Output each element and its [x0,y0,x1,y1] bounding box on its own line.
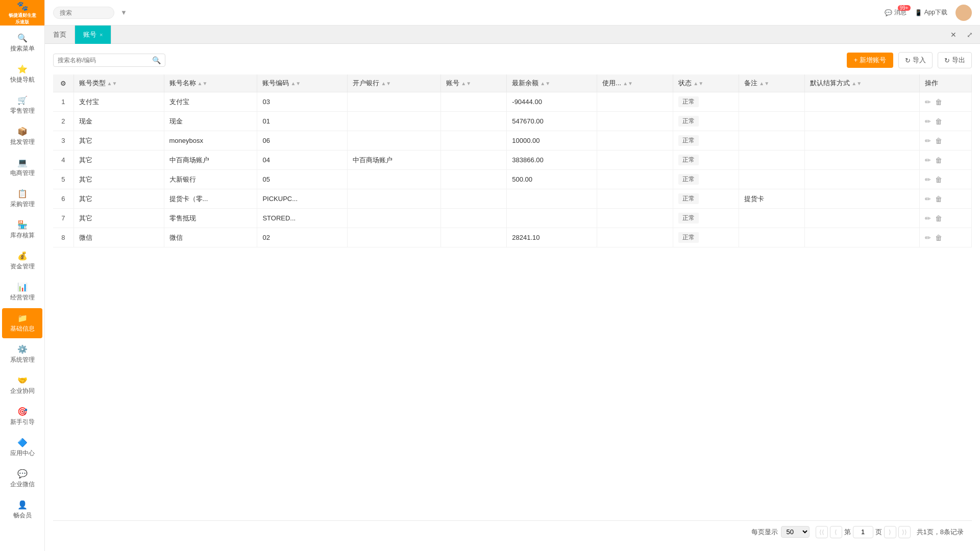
col-code[interactable]: 账号编码 ▲▼ [257,74,348,92]
delete-btn[interactable]: 🗑 [935,234,942,242]
sidebar-item-operation-mgmt[interactable]: 📊 经营管理 [2,277,42,307]
beginner-guide-icon: 🎯 [17,407,28,416]
member-icon: 👤 [17,500,28,510]
per-page-select[interactable]: 50 100 200 [781,526,810,538]
row-default-settle [805,228,920,247]
delete-btn[interactable]: 🗑 [935,195,942,203]
logo-icon: 🐾 [17,1,28,12]
purchase-mgmt-icon: 📋 [17,189,28,198]
row-status: 正常 [673,170,739,189]
row-no: 2 [53,112,74,131]
sidebar-menu: 🔍 搜索菜单 ⭐ 快捷导航 🛒 零售管理 📦 批发管理 💻 电商管理 📋 采购管… [0,26,44,551]
capital-mgmt-icon: 💰 [17,251,28,261]
sidebar-item-purchase-mgmt[interactable]: 📋 采购管理 [2,184,42,214]
sidebar-item-enterprise-agreement[interactable]: 🤝 企业协同 [2,370,42,400]
edit-btn[interactable]: ✏ [925,117,931,126]
col-balance[interactable]: 最新余额 ▲▼ [507,74,597,92]
tab-close-btn[interactable]: ✕ [947,29,960,41]
row-type: 其它 [74,209,164,228]
row-status: 正常 [673,112,739,131]
row-remark [739,209,805,228]
row-balance [507,189,597,209]
sidebar-item-beginner-guide[interactable]: 🎯 新手引导 [2,402,42,432]
row-type: 微信 [74,228,164,247]
sidebar-item-retail-mgmt[interactable]: 🛒 零售管理 [2,90,42,120]
sort-settle-icon: ▲▼ [851,81,862,86]
search-icon[interactable]: 🔍 [152,56,161,64]
delete-btn[interactable]: 🗑 [935,156,942,164]
page-size-selector: 每页显示 50 100 200 [751,526,810,538]
sidebar-item-search-menu[interactable]: 🔍 搜索菜单 [2,28,42,58]
page-prev-btn[interactable]: ⟨ [830,526,842,538]
sidebar-item-capital-mgmt[interactable]: 💰 资金管理 [2,246,42,276]
edit-btn[interactable]: ✏ [925,214,931,222]
main-content: ▼ 💬 消息 99+ 📱 App下载 首页 账号 × ✕ ⤢ [45,0,980,551]
delete-btn[interactable]: 🗑 [935,214,942,222]
search-box: 🔍 [53,54,165,67]
row-remark [739,131,805,151]
col-account[interactable]: 账号 ▲▼ [441,74,507,92]
row-account [441,112,507,131]
delete-btn[interactable]: 🗑 [935,98,942,106]
message-badge: 99+ [898,5,911,11]
col-remark-label: 备注 [744,79,757,88]
row-type: 现金 [74,112,164,131]
sidebar-item-basic-info[interactable]: 📁 基础信息 [2,308,42,338]
page-next-btn[interactable]: ⟩ [884,526,896,538]
sidebar-item-member[interactable]: 👤 畅会员 [2,495,42,525]
tabbar-actions: ✕ ⤢ [947,29,980,41]
delete-btn[interactable]: 🗑 [935,117,942,126]
sidebar-item-system-mgmt[interactable]: ⚙️ 系统管理 [2,339,42,369]
pagination: ⟨⟨ ⟨ 第 页 ⟩ ⟩⟩ [816,526,911,538]
col-name[interactable]: 账号名称 ▲▼ [164,74,257,92]
user-avatar[interactable] [955,5,972,21]
sidebar-item-quick-nav[interactable]: ⭐ 快捷导航 [2,59,42,89]
row-usage [597,209,673,228]
row-bank [348,112,441,131]
row-type: 其它 [74,189,164,209]
edit-btn[interactable]: ✏ [925,156,931,164]
topbar-message-btn[interactable]: 💬 消息 99+ [885,8,906,17]
tab-expand-btn[interactable]: ⤢ [964,29,976,41]
sidebar-item-inventory-check[interactable]: 🏪 库存核算 [2,215,42,245]
sidebar-item-wholesale-mgmt[interactable]: 📦 批发管理 [2,121,42,152]
tab-home[interactable]: 首页 [45,26,75,44]
sort-usage-icon: ▲▼ [623,81,633,86]
edit-btn[interactable]: ✏ [925,234,931,242]
col-settings[interactable]: ⚙ [53,74,74,92]
col-usage[interactable]: 使用... ▲▼ [597,74,673,92]
sidebar-item-ecommerce-mgmt[interactable]: 💻 电商管理 [2,153,42,183]
sidebar-item-app-center[interactable]: 🔷 应用中心 [2,433,42,463]
col-type[interactable]: 账号类型 ▲▼ [74,74,164,92]
account-tab-close[interactable]: × [100,32,103,38]
col-status[interactable]: 状态 ▲▼ [673,74,739,92]
add-account-button[interactable]: + 新增账号 [847,53,893,68]
col-bank[interactable]: 开户银行 ▲▼ [348,74,441,92]
search-menu-icon: 🔍 [17,33,28,43]
delete-btn[interactable]: 🗑 [935,137,942,145]
import-button[interactable]: ↻ 导入 [898,52,933,68]
topbar-dropdown-icon[interactable]: ▼ [120,9,127,16]
row-account [441,131,507,151]
tab-account[interactable]: 账号 × [75,26,111,44]
edit-btn[interactable]: ✏ [925,137,931,145]
topbar-search-input[interactable] [53,7,114,19]
edit-btn[interactable]: ✏ [925,98,931,106]
retail-mgmt-icon: 🛒 [17,95,28,105]
topbar-app-download-btn[interactable]: 📱 App下载 [915,8,947,17]
edit-btn[interactable]: ✏ [925,195,931,203]
search-input[interactable] [58,57,149,64]
row-remark: 提货卡 [739,189,805,209]
col-remark[interactable]: 备注 ▲▼ [739,74,805,92]
sidebar-item-enterprise-wechat[interactable]: 💬 企业微信 [2,464,42,494]
page-end-label: 页 [875,528,882,537]
row-code: 06 [257,131,348,151]
col-default-settle-label: 默认结算方式 [810,79,850,88]
page-last-btn[interactable]: ⟩⟩ [898,526,911,538]
page-number-input[interactable] [853,526,873,538]
page-first-btn[interactable]: ⟨⟨ [816,526,828,538]
delete-btn[interactable]: 🗑 [935,176,942,184]
edit-btn[interactable]: ✏ [925,176,931,184]
col-default-settle[interactable]: 默认结算方式 ▲▼ [805,74,920,92]
export-button[interactable]: ↻ 导出 [938,52,972,68]
